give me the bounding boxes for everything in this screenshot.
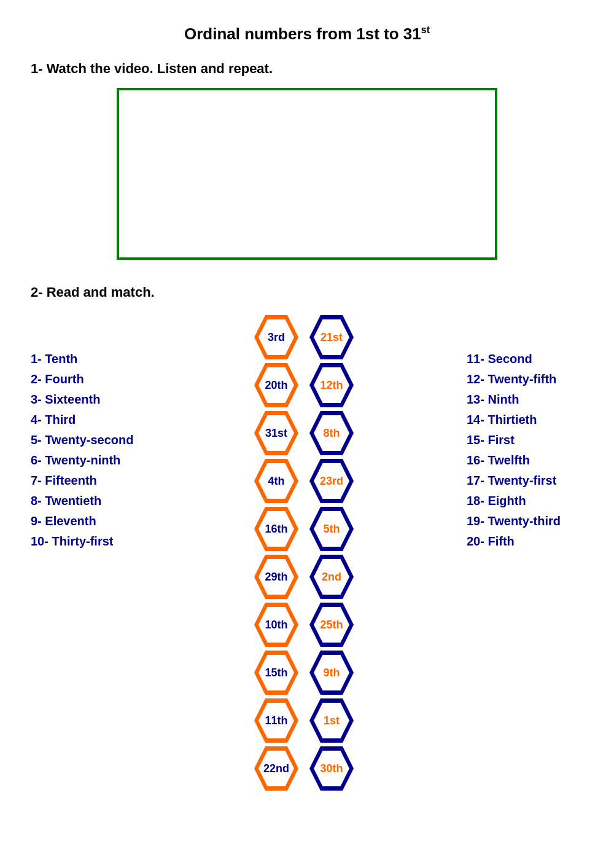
right-list-item-7: 17- Twenty-first: [467, 474, 583, 488]
left-list-item-9: 9- Eleventh: [31, 514, 141, 528]
left-list-item-4: 4- Third: [31, 413, 141, 427]
hex-right-label-6: 2nd: [314, 559, 349, 595]
hex-left-label-8: 15th: [258, 655, 294, 690]
hex-right-label-1: 21st: [314, 319, 349, 355]
right-list-item-10: 20- Fifth: [467, 534, 583, 549]
hex-left-label-7: 10th: [258, 607, 294, 643]
hex-left-6: 29th: [254, 555, 298, 599]
hex-right-5: 5th: [309, 507, 354, 551]
hex-right-label-2: 12th: [314, 367, 349, 403]
hex-left-label-5: 16th: [258, 511, 294, 547]
hex-left-label-9: 11th: [258, 703, 294, 738]
left-list-item-5: 5- Twenty-second: [31, 433, 141, 447]
hex-right-3: 8th: [309, 411, 354, 455]
hex-right-2: 12th: [309, 363, 354, 407]
hex-right-label-3: 8th: [314, 415, 349, 451]
right-list-item-2: 12- Twenty-fifth: [467, 372, 583, 386]
hex-left-3: 31st: [254, 411, 298, 455]
hex-left-2: 20th: [254, 363, 298, 407]
hex-left-9: 11th: [254, 698, 298, 743]
hex-col-left: 3rd20th31st4th16th29th10th15th11th22nd: [254, 315, 298, 791]
hex-left-label-1: 3rd: [258, 319, 294, 355]
right-list-item-6: 16- Twelfth: [467, 453, 583, 467]
right-list-item-5: 15- First: [467, 433, 583, 447]
hex-left-8: 15th: [254, 651, 298, 695]
hex-right-4: 23rd: [309, 459, 354, 503]
hex-left-label-10: 22nd: [258, 751, 294, 786]
hex-right-label-9: 1st: [314, 703, 349, 738]
hex-right-label-7: 25th: [314, 607, 349, 643]
hex-right-8: 9th: [309, 651, 354, 695]
hex-right-10: 30th: [309, 746, 354, 791]
hex-right-label-4: 23rd: [314, 463, 349, 499]
hex-left-label-6: 29th: [258, 559, 294, 595]
hex-left-label-2: 20th: [258, 367, 294, 403]
left-list-item-1: 1- Tenth: [31, 352, 141, 366]
hex-left-4: 4th: [254, 459, 298, 503]
left-list: 1- Tenth2- Fourth3- Sixteenth4- Third5- …: [31, 315, 141, 549]
right-list-item-9: 19- Twenty-third: [467, 514, 583, 528]
hex-col-right: 21st12th8th23rd5th2nd25th9th1st30th: [309, 315, 354, 791]
section1-heading: 1- Watch the video. Listen and repeat.: [31, 61, 583, 77]
right-list-item-1: 11- Second: [467, 352, 583, 366]
hex-left-7: 10th: [254, 603, 298, 647]
left-list-item-6: 6- Twenty-ninth: [31, 453, 141, 467]
right-list-item-3: 13- Ninth: [467, 393, 583, 407]
left-list-item-10: 10- Thirty-first: [31, 534, 141, 549]
section2-heading: 2- Read and match.: [31, 284, 583, 300]
hex-right-7: 25th: [309, 603, 354, 647]
match-area: 1- Tenth2- Fourth3- Sixteenth4- Third5- …: [31, 315, 583, 791]
hex-right-1: 21st: [309, 315, 354, 359]
left-list-item-8: 8- Twentieth: [31, 494, 141, 508]
hex-right-6: 2nd: [309, 555, 354, 599]
hex-right-9: 1st: [309, 698, 354, 743]
hex-left-label-3: 31st: [258, 415, 294, 451]
hex-right-label-5: 5th: [314, 511, 349, 547]
center-hexagons: 3rd20th31st4th16th29th10th15th11th22nd 2…: [254, 315, 354, 791]
hex-left-10: 22nd: [254, 746, 298, 791]
left-list-item-7: 7- Fifteenth: [31, 474, 141, 488]
hex-left-label-4: 4th: [258, 463, 294, 499]
right-list: 11- Second12- Twenty-fifth13- Ninth14- T…: [467, 315, 583, 549]
hex-left-5: 16th: [254, 507, 298, 551]
hex-right-label-8: 9th: [314, 655, 349, 690]
hex-left-1: 3rd: [254, 315, 298, 359]
right-list-item-4: 14- Thirtieth: [467, 413, 583, 427]
video-box: [117, 88, 497, 260]
hex-right-label-10: 30th: [314, 751, 349, 786]
left-list-item-2: 2- Fourth: [31, 372, 141, 386]
right-list-item-8: 18- Eighth: [467, 494, 583, 508]
left-list-item-3: 3- Sixteenth: [31, 393, 141, 407]
page-title: Ordinal numbers from 1st to 31st: [31, 25, 583, 44]
